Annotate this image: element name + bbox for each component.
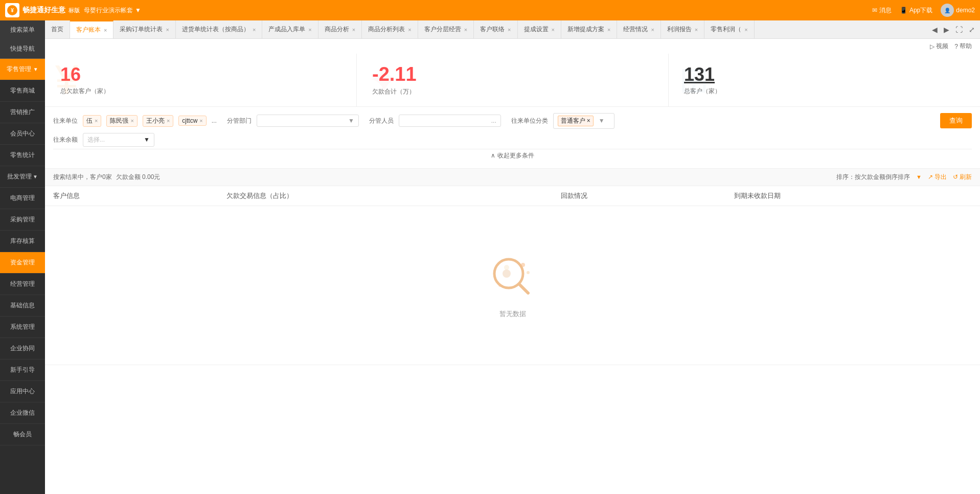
collapse-filters-btn[interactable]: ∧ 收起更多条件: [53, 149, 972, 162]
sidebar-item-ecommerce[interactable]: 电商管理: [0, 188, 45, 209]
tab-commission-settings[interactable]: 提成设置 ×: [518, 20, 561, 39]
tab-label: 采购订单统计表: [120, 25, 163, 34]
refresh-label: 刷新: [960, 173, 972, 182]
message-btn[interactable]: ✉ 消息: [872, 6, 892, 15]
sidebar-item-purchase[interactable]: 采购管理: [0, 209, 45, 231]
tab-label: 零售利润（: [711, 25, 741, 34]
tab-product-analysis[interactable]: 商品分析 ×: [318, 20, 362, 39]
video-link[interactable]: ▷ 视频: [930, 42, 948, 51]
tag-close-icon[interactable]: ×: [95, 118, 98, 124]
tab-retail-profit[interactable]: 零售利润（ ×: [704, 20, 754, 39]
sidebar-item-label: 电商管理: [10, 194, 35, 201]
tab-inbound-stats[interactable]: 进货单统计表（按商品） ×: [176, 20, 262, 39]
tab-operation-status[interactable]: 经营情况 ×: [617, 20, 660, 39]
sidebar-item-label: 资金管理: [10, 259, 35, 266]
sidebar-item-member[interactable]: 会员中心: [0, 123, 45, 145]
tab-purchase-order-stats[interactable]: 采购订单统计表 ×: [113, 20, 175, 39]
tab-profit-report[interactable]: 利润报告 ×: [661, 20, 704, 39]
unit-filter-label: 往来单位: [53, 117, 78, 125]
tab-scroll-left-icon[interactable]: ◀: [930, 25, 940, 35]
sidebar-item-label: 零售统计: [10, 151, 35, 159]
sidebar-item-label: 应用中心: [10, 388, 35, 395]
sidebar-item-label: 会员中心: [10, 130, 35, 137]
user-area[interactable]: 👤 demo2: [941, 4, 975, 17]
sidebar-item-zero-retail[interactable]: 零售管理 ▼: [0, 59, 45, 80]
tab-label: 商品分析: [325, 25, 349, 34]
message-icon: ✉: [872, 7, 877, 14]
sidebar-item-enterprise[interactable]: 企业协同: [0, 338, 45, 360]
sidebar-item-app-center[interactable]: 应用中心: [0, 381, 45, 402]
tab-add-commission[interactable]: 新增提成方案 ×: [561, 20, 617, 39]
sidebar-item-label: 零售管理: [7, 65, 31, 73]
account-dropdown[interactable]: 母婴行业演示帐套 ▼: [84, 6, 141, 15]
tab-close-icon[interactable]: ×: [744, 27, 747, 33]
person-select[interactable]: ...: [399, 115, 501, 127]
sidebar-item-enterprise-wechat[interactable]: 企业微信: [0, 402, 45, 424]
collapse-arrow-icon: ∧: [491, 152, 495, 159]
expand-arrow-icon: ▼: [33, 66, 38, 72]
top-bar-right: ✉ 消息 📱 App下载 👤 demo2: [872, 4, 975, 17]
sidebar-item-operation[interactable]: 经营管理: [0, 274, 45, 295]
sidebar-item-newbie[interactable]: 新手引导: [0, 360, 45, 381]
dropdown-arrow-icon: ▼: [599, 117, 605, 124]
results-bar-right: 排序：按欠款金额倒序排序 ▼ ↗ 导出 ↺ 刷新: [836, 173, 972, 182]
sidebar-item-retail-stats[interactable]: 零售统计: [0, 145, 45, 166]
stat-bg-icon: ¥: [55, 56, 78, 103]
export-btn[interactable]: ↗ 导出: [928, 173, 947, 182]
tab-expand-icon[interactable]: ⛶: [953, 25, 965, 35]
col-customer-info: 客户信息: [45, 186, 218, 206]
search-button[interactable]: 查询: [940, 113, 972, 128]
tab-home[interactable]: 首页: [45, 20, 70, 39]
sidebar-item-label: 零售商城: [10, 87, 35, 94]
tab-close-icon[interactable]: ×: [651, 27, 654, 33]
category-tag-close-icon[interactable]: ×: [587, 117, 590, 124]
help-link[interactable]: ? 帮助: [954, 42, 972, 51]
collapse-label: 收起更多条件: [497, 151, 534, 160]
tab-close-icon[interactable]: ×: [104, 27, 107, 33]
balance-select[interactable]: 选择... ▼: [83, 133, 154, 147]
tab-scroll-right-icon[interactable]: ▶: [942, 25, 951, 35]
stats-row: ¥ 16 总欠款客户（家） ✦ -2.11 欠款合计（万） ⊞ 131 总客户（…: [45, 54, 980, 107]
top-bar: ¥ 畅捷通好生意 标版 母婴行业演示帐套 ▼ ✉ 消息 📱 App下载 👤: [0, 0, 980, 20]
person-filter-label: 分管人员: [369, 117, 394, 125]
fast-nav-btn[interactable]: 快捷导航: [0, 39, 45, 59]
tab-product-analysis-list[interactable]: 商品分析列表 ×: [362, 20, 418, 39]
tab-close-icon[interactable]: ×: [695, 27, 698, 33]
more-tags-btn[interactable]: ...: [212, 117, 217, 124]
tab-close-icon[interactable]: ×: [308, 27, 311, 33]
page-help-bar: ▷ 视频 ? 帮助: [45, 39, 980, 54]
tab-fullscreen-icon[interactable]: ⤢: [967, 25, 977, 35]
sidebar-item-basic-info[interactable]: 基础信息: [0, 295, 45, 317]
sidebar: 搜索菜单 快捷导航 零售管理 ▼ 零售商城 营销推广 会员中心 零售统计 批: [0, 20, 45, 494]
tag-close-icon[interactable]: ×: [199, 118, 202, 124]
dept-select[interactable]: ▼: [257, 115, 359, 127]
tab-close-icon[interactable]: ×: [607, 27, 610, 33]
sidebar-item-marketing[interactable]: 营销推广: [0, 102, 45, 123]
tab-customer-contact[interactable]: 客户联络 ×: [474, 20, 517, 39]
tag-close-icon[interactable]: ×: [167, 118, 170, 124]
tab-close-icon[interactable]: ×: [166, 27, 169, 33]
tab-close-icon[interactable]: ×: [508, 27, 511, 33]
tab-close-icon[interactable]: ×: [408, 27, 411, 33]
sidebar-item-inventory[interactable]: 库存核算: [0, 231, 45, 252]
refresh-btn[interactable]: ↺ 刷新: [953, 173, 972, 182]
search-menu-btn[interactable]: 搜索菜单: [0, 20, 45, 39]
tab-close-icon[interactable]: ×: [352, 27, 355, 33]
tab-close-icon[interactable]: ×: [253, 27, 256, 33]
balance-filter-label: 往来余额: [53, 136, 78, 144]
sidebar-item-vip[interactable]: 畅会员: [0, 424, 45, 445]
sidebar-item-zero-mall[interactable]: 零售商城: [0, 80, 45, 102]
tab-product-inbound[interactable]: 产成品入库单 ×: [262, 20, 318, 39]
tag-close-icon[interactable]: ×: [130, 118, 133, 124]
tab-customer-tier[interactable]: 客户分层经营 ×: [418, 20, 474, 39]
app-download-btn[interactable]: 📱 App下载: [900, 6, 932, 15]
tab-customer-ledger[interactable]: 客户账本 ×: [70, 20, 113, 39]
sidebar-item-wholesale[interactable]: 批发管理 ▼: [0, 166, 45, 188]
sidebar-item-finance[interactable]: 资金管理: [0, 252, 45, 274]
tab-close-icon[interactable]: ×: [552, 27, 555, 33]
tab-close-icon[interactable]: ×: [464, 27, 467, 33]
help-icon: ?: [954, 43, 958, 50]
filter-row-2: 往来余额 选择... ▼: [53, 133, 972, 147]
sidebar-item-system[interactable]: 系统管理: [0, 317, 45, 338]
category-select[interactable]: 普通客户 × ▼: [553, 113, 614, 129]
